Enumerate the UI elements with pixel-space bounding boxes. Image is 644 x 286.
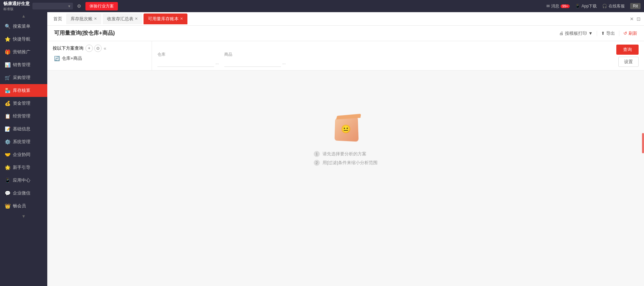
sidebar-scroll-up[interactable]: ▲ [0,12,47,20]
print-dropdown-icon[interactable]: ▼ [588,31,593,36]
phone-icon: 📱 [575,4,580,8]
logo-sub-text: 标准版 [3,7,14,11]
user-avatar[interactable]: Rit [630,3,641,9]
sidebar-scroll-down[interactable]: ▼ [0,212,47,220]
sales-icon: 📊 [5,62,10,68]
page-actions: 🖨 按模板打印 ▼ ⬆ 导出 ↺ 刷新 [559,30,637,36]
sidebar-label-search-menu: 搜索菜单 [13,23,30,29]
sidebar-item-search-menu[interactable]: 🔍 搜索菜单 [0,20,47,33]
trial-industry-button[interactable]: 体验行业方案 [85,2,118,10]
message-badge: 99+ [561,4,570,8]
search-dropdown-icon[interactable]: ▼ [68,4,71,8]
tab-receive-summary-close[interactable]: ✕ [135,17,138,21]
scheme-panel-header: 按以下方案查询 + ⊙ « [53,45,146,52]
sidebar-item-vip[interactable]: 👑 畅会员 [0,200,47,212]
app-download-item[interactable]: 📱 App下载 [575,3,597,9]
content-area: 首页 库存批次账 ✕ 收发存汇总表 ✕ 可用量库存账本 ✕ ✕ ⊡ [47,12,644,286]
top-search-input[interactable] [32,3,73,9]
scheme-item-warehouse-product[interactable]: 🔄 仓库+商品 [53,55,146,62]
filter-field-product: 商品 ... [224,52,286,67]
tab-inventory-batch[interactable]: 库存批次账 ✕ [66,14,101,24]
warehouse-input-wrap: ... [157,59,219,67]
sidebar-item-finance[interactable]: 💰 资金管理 [0,97,47,110]
page-title: 可用量查询(按仓库+商品) [54,30,115,37]
tab-available-qty-label: 可用量库存账本 [148,16,179,22]
sidebar-label-enterprise: 企业协同 [13,152,30,158]
warehouse-input[interactable] [157,59,214,67]
top-bar: 畅康通好生意 标准版 ▼ ⚙ 体验行业方案 ✉ 消息 99+ 📱 App下载 🎧 [0,0,644,12]
tab-inventory-batch-close[interactable]: ✕ [94,17,97,21]
purchase-icon: 🛒 [5,75,10,80]
sidebar-label-operation: 经营管理 [13,113,30,119]
marketing-icon: 🎁 [5,49,10,55]
sidebar-item-quick-nav[interactable]: ⭐ 快捷导航 [0,33,47,46]
filter-field-warehouse: 仓库 ... [157,52,219,67]
sidebar-item-marketing[interactable]: 🎁 营销推广 [0,46,47,58]
warehouse-field-label: 仓库 [157,52,219,57]
online-support-item[interactable]: 🎧 在线客服 [602,3,625,9]
sidebar-item-inventory[interactable]: 🏪 库存核算 [0,84,47,97]
tab-inventory-batch-label: 库存批次账 [71,16,93,22]
tab-close-window-button[interactable]: ✕ [630,16,634,22]
finance-icon: 💰 [5,101,10,106]
product-input-wrap: ... [224,59,286,67]
settings-gear-button[interactable]: ⚙ [76,2,83,10]
print-template-button[interactable]: 🖨 按模板打印 ▼ [559,30,593,36]
sidebar-item-wechat[interactable]: 💬 企业微信 [0,187,47,200]
message-icon: ✉ [546,4,550,8]
product-more-button[interactable]: ... [282,60,286,65]
tab-expand-button[interactable]: ⊡ [637,16,641,22]
right-scrollbar[interactable] [642,133,644,153]
warehouse-more-button[interactable]: ... [215,60,219,65]
apps-icon: 📱 [5,178,10,183]
sidebar-item-sales[interactable]: 📊 销售管理 [0,58,47,71]
refresh-button[interactable]: ↺ 刷新 [623,30,637,36]
scheme-label: 按以下方案查询 [53,45,83,51]
enterprise-icon: 🤝 [5,152,10,157]
product-field-label: 商品 [224,52,286,57]
scheme-settings-button[interactable]: ⊙ [94,45,102,52]
scheme-item-icon: 🔄 [54,56,60,61]
sidebar-item-system[interactable]: ⚙️ 系统管理 [0,135,47,148]
empty-illustration: 😐 [329,110,363,144]
tab-home[interactable]: 首页 [51,14,65,24]
operation-icon: 📋 [5,113,10,119]
scheme-panel: 按以下方案查询 + ⊙ « 🔄 仓库+商品 [47,41,152,70]
wechat-icon: 💬 [5,190,10,196]
query-button[interactable]: 查询 [616,45,639,55]
sidebar-item-operation[interactable]: 📋 经营管理 [0,110,47,123]
sidebar-label-quick-nav: 快捷导航 [13,36,30,42]
export-button[interactable]: ⬆ 导出 [601,30,615,36]
tab-receive-summary-label: 收发存汇总表 [107,16,133,22]
scheme-add-button[interactable]: + [85,45,93,52]
tab-available-qty[interactable]: 可用量库存账本 ✕ [144,14,187,24]
app-logo[interactable]: 畅康通好生意 标准版 [3,1,30,11]
sidebar: ▲ 🔍 搜索菜单 ⭐ 快捷导航 🎁 营销推广 📊 销售管理 🛒 采购管理 [0,12,47,286]
scheme-collapse-icon[interactable]: « [104,46,106,51]
sidebar-item-basic-info[interactable]: 📝 基础信息 [0,123,47,135]
scheme-icons: + ⊙ [85,45,102,52]
tab-receive-summary[interactable]: 收发存汇总表 ✕ [103,14,142,24]
quick-nav-icon: ⭐ [5,36,10,42]
export-label: 导出 [606,30,615,36]
sidebar-label-purchase: 采购管理 [13,75,30,81]
empty-box-illustration: 😐 [334,117,358,142]
messages-item[interactable]: ✉ 消息 99+ [546,3,570,9]
scheme-item-label: 仓库+商品 [62,55,82,61]
top-bar-left: 畅康通好生意 标准版 ▼ ⚙ 体验行业方案 [3,1,118,11]
product-input[interactable] [224,59,281,67]
divider-2 [619,31,619,36]
filter-settings-button[interactable]: 设置 [618,57,639,67]
print-icon: 🖨 [559,31,564,36]
sidebar-label-inventory: 库存核算 [13,87,30,94]
sidebar-item-guide[interactable]: 🌟 新手引导 [0,161,47,174]
sidebar-item-enterprise[interactable]: 🤝 企业协同 [0,148,47,161]
tab-available-qty-close[interactable]: ✕ [180,17,183,21]
export-icon: ⬆ [601,31,605,36]
sidebar-label-wechat: 企业微信 [13,190,30,196]
sidebar-label-guide: 新手引导 [13,164,30,171]
sidebar-item-purchase[interactable]: 🛒 采购管理 [0,71,47,84]
sidebar-label-finance: 资金管理 [13,100,30,106]
sidebar-label-marketing: 营销推广 [13,49,30,55]
sidebar-item-apps[interactable]: 📱 应用中心 [0,174,47,187]
